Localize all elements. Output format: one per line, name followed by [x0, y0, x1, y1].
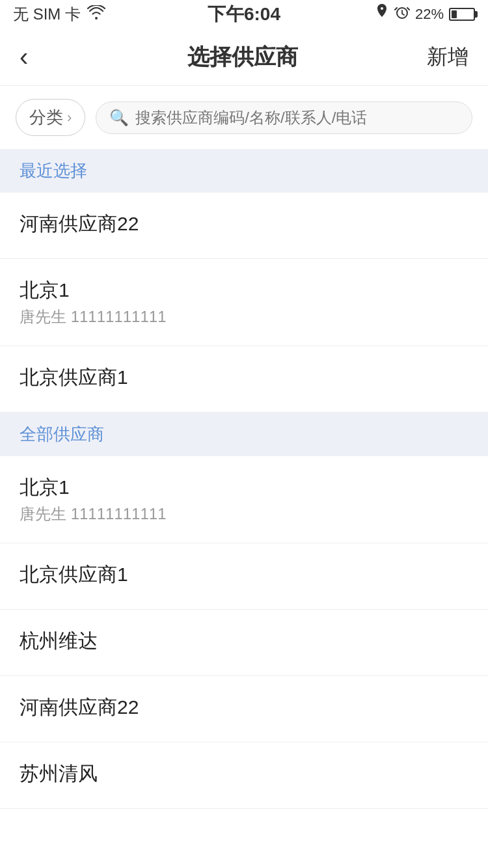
- list-item[interactable]: 河南供应商22: [0, 676, 488, 742]
- item-sub: 唐先生 11111111111: [20, 306, 468, 327]
- filter-bar: 分类 › 🔍: [0, 86, 488, 149]
- list-item[interactable]: 杭州维达: [0, 610, 488, 676]
- list-item[interactable]: 北京供应商1: [0, 543, 488, 610]
- location-icon: [375, 4, 389, 25]
- recent-section-label: 最近选择: [20, 161, 87, 180]
- status-time: 下午6:04: [208, 2, 280, 27]
- category-filter-button[interactable]: 分类 ›: [16, 99, 85, 136]
- item-name: 北京1: [20, 474, 468, 501]
- wifi-icon: [87, 5, 105, 23]
- list-item[interactable]: 北京1唐先生 11111111111: [0, 456, 488, 543]
- list-item[interactable]: 苏州清风: [0, 742, 488, 809]
- page-title: 选择供应商: [187, 42, 298, 72]
- alarm-icon: [394, 5, 410, 24]
- list-item[interactable]: 北京供应商1: [0, 346, 488, 413]
- list-item[interactable]: 北京1唐先生 11111111111: [0, 259, 488, 346]
- all-section-label: 全部供应商: [20, 424, 104, 444]
- recent-list: 河南供应商22北京1唐先生 11111111111北京供应商1: [0, 193, 488, 413]
- search-input[interactable]: [135, 109, 459, 127]
- item-name: 北京供应商1: [20, 562, 468, 588]
- item-name: 苏州清风: [20, 761, 468, 787]
- battery-icon: [449, 8, 475, 21]
- item-sub: 唐先生 11111111111: [20, 504, 468, 524]
- item-name: 北京供应商1: [20, 364, 468, 391]
- item-name: 河南供应商22: [20, 211, 468, 237]
- recent-section-header: 最近选择: [0, 149, 488, 193]
- search-icon: 🔍: [109, 109, 129, 127]
- add-button[interactable]: 新增: [427, 43, 468, 72]
- status-right: 22%: [375, 4, 475, 25]
- item-name: 北京1: [20, 277, 468, 304]
- back-button[interactable]: ‹: [20, 42, 59, 72]
- status-left: 无 SIM 卡: [13, 4, 105, 25]
- list-item[interactable]: 河南供应商22: [0, 193, 488, 259]
- all-section-header: 全部供应商: [0, 413, 488, 456]
- all-list: 北京1唐先生 11111111111北京供应商1杭州维达河南供应商22苏州清风: [0, 456, 488, 809]
- battery-percentage: 22%: [415, 6, 444, 23]
- nav-bar: ‹ 选择供应商 新增: [0, 29, 488, 86]
- item-name: 杭州维达: [20, 628, 468, 655]
- search-box[interactable]: 🔍: [96, 102, 472, 134]
- carrier-label: 无 SIM 卡: [13, 4, 81, 25]
- chevron-right-icon: ›: [67, 109, 72, 126]
- category-label: 分类: [29, 106, 63, 129]
- status-bar: 无 SIM 卡 下午6:04 22%: [0, 0, 488, 29]
- item-name: 河南供应商22: [20, 694, 468, 721]
